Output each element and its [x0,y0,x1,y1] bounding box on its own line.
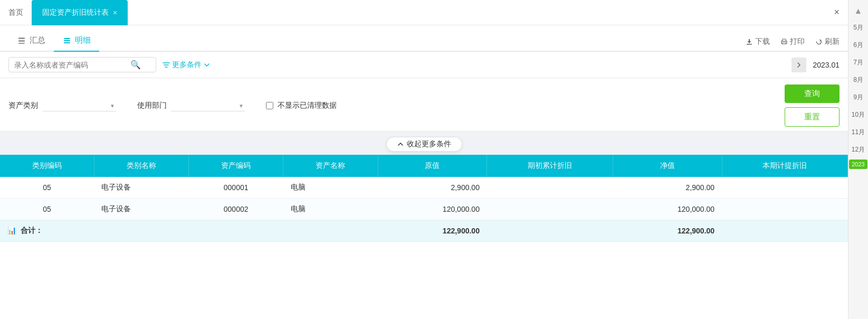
print-action[interactable]: 打印 [780,37,805,46]
asset-category-select[interactable] [42,100,116,111]
svg-rect-4 [64,40,70,41]
col-asset-name: 资产名称 [283,155,378,177]
sidebar-month-5[interactable]: 5月 [851,20,865,35]
list-icon [62,36,72,45]
row1-category-name: 电子设备 [94,177,188,199]
active-tab-label: 固定资产折旧统计表 [42,8,109,17]
refresh-label: 刷新 [825,37,840,46]
data-table-wrap: 类别编码 类别名称 资产编码 资产名称 原值 期初累计折旧 净值 本期计提折旧 … [0,155,848,319]
filter-icon [163,61,170,69]
row2-asset-code: 000002 [189,199,283,220]
collapse-label: 收起更多条件 [407,139,451,149]
tab-detail-label: 明细 [75,35,91,45]
row2-original-value: 120,000.00 [378,199,487,220]
active-tab[interactable]: 固定资产折旧统计表 × [32,0,128,25]
search-input-wrap[interactable]: 🔍 [8,57,156,72]
sidebar-month-12[interactable]: 12月 [850,142,867,157]
tab-actions: 下载 打印 刷新 [746,37,840,51]
table-row: 05 电子设备 000002 电脑 120,000.00 120,000.00 [0,199,848,220]
row1-original-value: 2,900.00 [378,177,487,199]
row2-category-code: 05 [0,199,94,220]
total-current-depreciation [722,220,847,242]
col-asset-code: 资产编码 [189,155,283,177]
reset-button[interactable]: 重置 [785,107,840,127]
svg-rect-5 [64,42,70,43]
search-icon[interactable]: 🔍 [130,60,141,70]
table-header-row: 类别编码 类别名称 资产编码 资产名称 原值 期初累计折旧 净值 本期计提折旧 [0,155,848,177]
row1-current-depreciation [722,177,847,199]
total-row: 📊 合计： 122,900.00 122,900.00 [0,220,848,242]
row1-asset-code: 000001 [189,177,283,199]
row1-asset-name: 电脑 [283,177,378,199]
total-icon: 📊 [7,226,16,234]
row1-net-value: 2,900.00 [613,177,722,199]
search-input[interactable] [14,61,130,69]
nav-arrow-right[interactable] [791,58,806,72]
download-action[interactable]: 下载 [746,37,770,46]
asset-category-label: 资产类别 [8,101,38,110]
svg-rect-8 [783,42,786,44]
tab-close-icon[interactable]: × [113,8,117,17]
sidebar-month-9[interactable]: 9月 [851,90,865,105]
refresh-action[interactable]: 刷新 [815,37,840,46]
search-bar: 🔍 更多条件 2023.01 [0,52,848,78]
total-original-value: 122,900.00 [378,220,487,242]
more-filter-button[interactable]: 更多条件 [163,60,210,70]
hide-cleared-label: 不显示已清理数据 [278,101,337,110]
tab-detail[interactable]: 明细 [54,30,99,52]
data-table: 类别编码 类别名称 资产编码 资产名称 原值 期初累计折旧 净值 本期计提折旧 … [0,155,848,242]
sidebar-month-10[interactable]: 10月 [850,107,867,123]
sidebar-month-11[interactable]: 11月 [850,125,867,140]
home-link[interactable]: 首页 [8,8,23,17]
chevron-right-icon [796,62,802,68]
row1-accumulated-depreciation [487,177,613,199]
col-accumulated-depreciation: 期初累计折旧 [487,155,613,177]
col-net-value: 净值 [613,155,722,177]
filter-area: 资产类别 使用部门 不显示已清理数据 查询 重置 [0,78,848,132]
row1-category-code: 05 [0,177,94,199]
collapse-button[interactable]: 收起更多条件 [386,137,462,152]
chevron-up-icon [397,141,404,147]
tab-summary-label: 汇总 [30,35,45,45]
svg-rect-2 [18,43,25,44]
sidebar-month-7[interactable]: 7月 [851,55,865,70]
sidebar-nav-up[interactable]: ▲ [852,4,865,18]
sidebar-month-8[interactable]: 8月 [851,72,865,88]
filter-btn-group: 查询 重置 [785,85,840,127]
total-empty1 [189,220,283,242]
col-category-name: 类别名称 [94,155,188,177]
chevron-down-icon [204,62,210,68]
svg-rect-3 [64,38,70,39]
col-original-value: 原值 [378,155,487,177]
top-nav: 首页 固定资产折旧统计表 × × [0,0,848,25]
sidebar-month-6[interactable]: 6月 [851,37,865,53]
asset-category-filter: 资产类别 [8,100,116,111]
refresh-icon [815,38,823,45]
row2-accumulated-depreciation [487,199,613,220]
row2-asset-name: 电脑 [283,199,378,220]
hide-cleared-group: 不显示已清理数据 [266,101,337,110]
row2-current-depreciation [722,199,847,220]
total-label: 📊 合计： [0,220,189,242]
department-select[interactable] [171,100,245,111]
query-button[interactable]: 查询 [785,85,840,103]
svg-rect-0 [18,37,25,39]
svg-rect-1 [18,40,25,42]
tab-summary[interactable]: 汇总 [8,30,54,52]
hide-cleared-checkbox[interactable] [266,102,273,109]
period-label: 2023.01 [813,61,840,69]
row2-net-value: 120,000.00 [613,199,722,220]
sidebar-year-badge[interactable]: 2023 [849,160,867,169]
layers-icon [17,36,26,45]
table-row: 05 电子设备 000001 电脑 2,900.00 2,900.00 [0,177,848,199]
more-filter-label: 更多条件 [172,60,202,70]
row2-category-name: 电子设备 [94,199,188,220]
department-filter: 使用部门 [137,100,245,111]
sub-tabs-bar: 汇总 明细 下载 打印 刷新 [0,25,848,52]
col-current-depreciation: 本期计提折旧 [722,155,847,177]
window-close-button[interactable]: × [834,7,840,18]
download-icon [746,38,753,45]
print-label: 打印 [790,37,805,46]
collapse-bar: 收起更多条件 [0,132,848,155]
total-net-value: 122,900.00 [613,220,722,242]
